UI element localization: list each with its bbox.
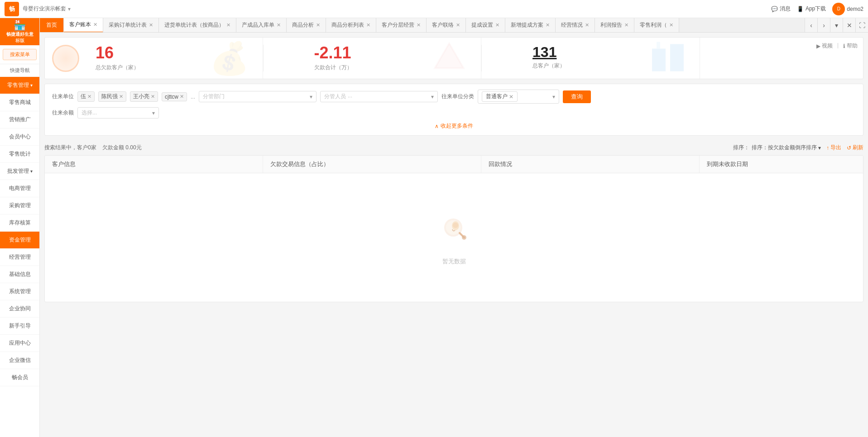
stat-total-customers-value: 131 — [532, 45, 565, 59]
sidebar-item-wholesale-mgmt[interactable]: 批发管理 — [0, 163, 39, 180]
results-text: 搜索结果中，客户0家 欠款金额 0.00元 — [44, 144, 142, 152]
tab-customer-contact[interactable]: 客户联络 ✕ — [427, 18, 466, 33]
app-logo: 畅 — [5, 2, 19, 16]
sidebar-item-member-center[interactable]: 会员中心 — [0, 128, 39, 146]
sidebar: 🏪 畅捷通好生意 标版 搜索菜单 快捷导航 零售管理 零售商城 营销推广 会员中… — [0, 18, 40, 437]
filter-more-button[interactable]: ... — [191, 94, 195, 100]
sidebar-item-retail-mall[interactable]: 零售商城 — [0, 94, 39, 111]
export-button[interactable]: ↑ 导出 — [826, 144, 841, 152]
top-bar-left: 畅 母婴行业演示帐套 ▾ — [5, 2, 771, 16]
tag-close-icon[interactable]: ✕ — [509, 94, 513, 100]
tab-close-icon[interactable]: ✕ — [316, 22, 320, 28]
sidebar-item-label: 会员中心 — [9, 133, 31, 140]
tab-close-icon[interactable]: ✕ — [277, 22, 281, 28]
tab-customer-tier[interactable]: 客户分层经营 ✕ — [376, 18, 427, 33]
tab-close-icon[interactable]: ✕ — [417, 22, 421, 28]
search-menu-button[interactable]: 搜索菜单 — [3, 49, 37, 60]
sidebar-item-label: 经营管理 — [9, 254, 31, 260]
tab-close-icon[interactable]: ✕ — [546, 22, 550, 28]
tag-text: cjttcw — [165, 94, 178, 100]
tab-close-icon[interactable]: ✕ — [93, 22, 97, 28]
sidebar-item-marketing[interactable]: 营销推广 — [0, 111, 39, 128]
tab-scroll-left-button[interactable]: ‹ — [805, 18, 817, 33]
sidebar-item-label: 系统管理 — [9, 288, 31, 294]
tab-raise-setting[interactable]: 提成设置 ✕ — [466, 18, 505, 33]
tab-close-icon[interactable]: ✕ — [624, 22, 628, 28]
tab-stock-stat[interactable]: 进货单统计表（按商品） ✕ — [159, 18, 236, 33]
tag-close-icon[interactable]: ✕ — [119, 94, 123, 100]
tab-home-label: 首页 — [46, 21, 57, 29]
company-selector[interactable]: 母婴行业演示帐套 ▾ — [23, 5, 71, 13]
sidebar-item-operation-mgmt[interactable]: 经营管理 — [0, 249, 39, 266]
tab-close-icon[interactable]: ✕ — [149, 22, 153, 28]
help-button[interactable]: ℹ 帮助 — [843, 42, 858, 50]
search-button[interactable]: 查询 — [563, 90, 591, 103]
tab-close-all-button[interactable]: ✕ — [843, 18, 855, 33]
sidebar-item-inventory[interactable]: 库存核算 — [0, 214, 39, 232]
sidebar-item-purchase-mgmt[interactable]: 采购管理 — [0, 197, 39, 214]
tab-fullscreen-button[interactable]: ⛶ — [855, 18, 868, 33]
message-label: 消息 — [780, 5, 791, 13]
tab-close-icon[interactable]: ✕ — [495, 22, 499, 28]
tag-close-icon[interactable]: ✕ — [87, 94, 91, 100]
unit-type-filter-select[interactable]: 普通客户 ✕ ▾ — [478, 90, 559, 104]
sidebar-item-vip-member[interactable]: 畅会员 — [0, 369, 39, 386]
collapse-button[interactable]: ∧ 收起更多条件 — [435, 122, 473, 130]
sidebar-item-label: 营销推广 — [9, 116, 31, 123]
tab-retail-profit[interactable]: 零售利润（ ✕ — [634, 18, 679, 33]
company-dropdown-icon: ▾ — [68, 6, 71, 12]
tab-new-raise-plan[interactable]: 新增提成方案 ✕ — [505, 18, 556, 33]
sidebar-item-retail-stats[interactable]: 零售统计 — [0, 146, 39, 163]
app-download-button[interactable]: 📱 App下载 — [797, 5, 826, 13]
sidebar-item-ecommerce-mgmt[interactable]: 电商管理 — [0, 180, 39, 197]
download-icon: 📱 — [797, 6, 804, 12]
sidebar-item-retail-mgmt[interactable]: 零售管理 — [0, 77, 39, 94]
video-button[interactable]: ▶ 视频 — [816, 42, 833, 50]
tab-operation[interactable]: 经营情况 ✕ — [556, 18, 595, 33]
message-button[interactable]: 💬 消息 — [771, 5, 791, 13]
tab-label: 客户账本 — [69, 21, 91, 28]
stat-circle-bg-1 — [52, 45, 79, 72]
sidebar-item-basic-info[interactable]: 基础信息 — [0, 266, 39, 283]
person-filter-select[interactable]: 分管人员 ··· ▾ — [320, 91, 438, 102]
sidebar-item-enterprise-wechat[interactable]: 企业微信 — [0, 352, 39, 369]
sidebar-item-finance-mgmt[interactable]: 资金管理 — [0, 232, 39, 249]
sidebar-item-new-guide[interactable]: 新手引导 — [0, 318, 39, 335]
tab-cost-entry[interactable]: 产成品入库单 ✕ — [236, 18, 287, 33]
col-due-date: 到期未收款日期 — [700, 156, 863, 173]
tab-close-icon[interactable]: ✕ — [669, 22, 673, 28]
tab-scroll-right-button[interactable]: › — [817, 18, 830, 33]
dept-filter-select[interactable]: 分管部门 ▾ — [199, 91, 317, 102]
tab-purchase-order[interactable]: 采购订单统计表 ✕ — [103, 18, 159, 33]
svg-rect-4 — [657, 42, 660, 48]
tab-close-icon[interactable]: ✕ — [456, 22, 460, 28]
refresh-button[interactable]: ↺ 刷新 — [847, 144, 863, 152]
tab-goods-analysis[interactable]: 商品分析 ✕ — [287, 18, 326, 33]
col-customer-info: 客户信息 — [45, 156, 263, 173]
tab-goods-analysis-list[interactable]: 商品分析列表 ✕ — [326, 18, 376, 33]
unit-tag-cjttcw: cjttcw ✕ — [162, 92, 187, 101]
sidebar-item-enterprise-coop[interactable]: 企业协同 — [0, 300, 39, 318]
refresh-icon: ↺ — [847, 145, 851, 151]
tab-home[interactable]: 首页 — [40, 18, 64, 33]
tab-close-icon[interactable]: ✕ — [226, 22, 230, 28]
tag-close-icon[interactable]: ✕ — [151, 94, 155, 100]
user-profile-button[interactable]: D demo2 — [832, 3, 863, 15]
tab-accounts[interactable]: 客户账本 ✕ — [64, 18, 103, 33]
sort-value: 排序：按欠款金额倒序排序 — [752, 144, 817, 152]
quick-nav-button[interactable]: 快捷导航 — [0, 64, 39, 77]
sidebar-item-app-center[interactable]: 应用中心 — [0, 335, 39, 352]
collapse-label: 收起更多条件 — [441, 122, 473, 130]
stat-bg-icon-2 — [431, 39, 467, 77]
app-download-label: App下载 — [806, 5, 826, 13]
stat-due-customers-label: 总欠款客户（家） — [96, 64, 139, 71]
balance-filter-input[interactable]: 选择... ▾ — [77, 107, 159, 119]
sidebar-item-system-mgmt[interactable]: 系统管理 — [0, 283, 39, 300]
tab-close-icon[interactable]: ✕ — [366, 22, 370, 28]
sidebar-item-label: 基础信息 — [9, 271, 31, 277]
tab-profit-report[interactable]: 利润报告 ✕ — [595, 18, 634, 33]
tab-close-icon[interactable]: ✕ — [585, 22, 589, 28]
tab-more-button[interactable]: ▾ — [830, 18, 843, 33]
tag-close-icon[interactable]: ✕ — [180, 94, 184, 100]
sort-select[interactable]: 排序： 排序：按欠款金额倒序排序 ▾ — [733, 144, 821, 152]
